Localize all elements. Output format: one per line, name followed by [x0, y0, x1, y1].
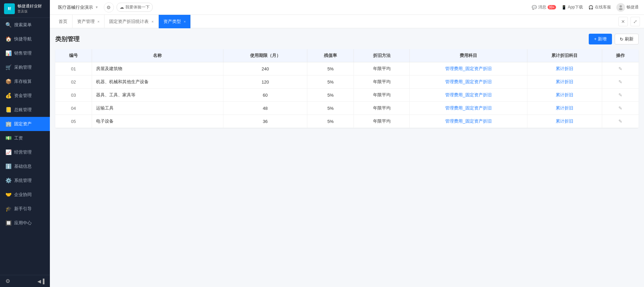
sidebar-item-quick-nav[interactable]: 🏠 快捷导航 [0, 32, 50, 46]
sidebar-item-ledger[interactable]: 📒 总账管理 [0, 103, 50, 117]
sidebar-icon-enterprise: 🤝 [5, 192, 11, 198]
sidebar-item-basic-info[interactable]: ℹ️ 基础信息 [0, 159, 50, 173]
page-header: 类别管理 + 新增 ↻ 刷新 [55, 34, 639, 44]
collapse-icon[interactable]: ◀▐ [37, 279, 44, 284]
table-col-6: 累计折旧科目 [527, 49, 602, 62]
app-download-btn[interactable]: 📱 App下载 [561, 4, 583, 10]
refresh-icon: ↻ [620, 37, 623, 42]
cell-action[interactable]: ✎ [602, 115, 639, 128]
cell-id: 04 [55, 102, 92, 115]
table-row: 04运输工具485%年限平均管理费用_固定资产折旧累计折旧✎ [55, 102, 639, 115]
top-header: 医疗器械行业演示 ▼ ⚙ ☁ 我要体验一下 💬 消息 99+ 📱 App下载 🎧… [50, 0, 644, 15]
customer-service-label: 在线客服 [595, 4, 611, 10]
cloud-icon: ☁ [120, 5, 124, 10]
header-settings-btn[interactable]: ⚙ [104, 2, 114, 12]
svg-point-1 [619, 8, 623, 10]
sidebar-label-purchase: 采购管理 [14, 64, 32, 70]
sidebar-icon-payroll: 💵 [5, 135, 11, 141]
table-row: 05电子设备365%年限平均管理费用_固定资产折旧累计折旧✎ [55, 115, 639, 128]
table-col-4: 折旧方法 [354, 49, 410, 62]
cell-period: 240 [223, 62, 307, 75]
avatar [616, 3, 625, 12]
message-btn[interactable]: 💬 消息 99+ [532, 4, 556, 10]
sidebar-icon-operations: 📈 [5, 149, 11, 155]
sidebar-label-app-center: 应用中心 [14, 220, 32, 226]
sidebar-item-purchase[interactable]: 🛒 采购管理 [0, 60, 50, 74]
sidebar-item-capital[interactable]: 💰 资金管理 [0, 89, 50, 103]
tab-asset-mgmt[interactable]: 资产管理 × [72, 15, 104, 28]
table-col-3: 残值率 [307, 49, 354, 62]
cell-residual: 5% [307, 102, 354, 115]
cell-action[interactable]: ✎ [602, 62, 639, 75]
cell-period: 48 [223, 102, 307, 115]
sidebar-label-inventory: 库存核算 [14, 78, 32, 85]
sidebar-item-search[interactable]: 🔍 搜索菜单 [0, 18, 50, 32]
cell-name: 房屋及建筑物 [92, 62, 223, 75]
tab-home-label: 首页 [59, 19, 67, 25]
tab-asset-type[interactable]: 资产类型 × [159, 15, 191, 28]
user-btn[interactable]: 畅捷通 [616, 3, 639, 12]
category-table-container: 编号名称使用期限（月）残值率折旧方法费用科目累计折旧科目操作 01房屋及建筑物2… [55, 49, 639, 128]
cell-name: 器具、工具、家具等 [92, 89, 223, 102]
tab-home[interactable]: 首页 [55, 15, 72, 28]
sidebar-icon-capital: 💰 [5, 93, 11, 99]
app-version: 普及版 [18, 9, 42, 14]
sidebar-label-payroll: 工资 [14, 135, 23, 141]
tab-asset-mgmt-close[interactable]: × [97, 20, 99, 24]
cell-id: 03 [55, 89, 92, 102]
table-col-2: 使用期限（月） [223, 49, 307, 62]
settings-icon[interactable]: ⚙ [5, 278, 10, 284]
sidebar-icon-sales: 📊 [5, 50, 11, 56]
tab-close-btn[interactable]: ✕ [618, 17, 628, 26]
sidebar-item-fixed-assets[interactable]: 🏢 固定资产 [0, 117, 50, 131]
logo-icon: 财 [4, 3, 15, 14]
cell-accumulated: 累计折旧 [527, 75, 602, 89]
company-selector[interactable]: 医疗器械行业演示 ▼ [55, 3, 101, 12]
sidebar-item-sales[interactable]: 📊 销售管理 [0, 46, 50, 60]
try-button[interactable]: ☁ 我要体验一下 [117, 3, 153, 12]
sidebar-item-app-center[interactable]: 🔲 应用中心 [0, 216, 50, 230]
cell-residual: 5% [307, 62, 354, 75]
sidebar-item-enterprise[interactable]: 🤝 企业协同 [0, 188, 50, 202]
sidebar-item-operations[interactable]: 📈 经营管理 [0, 145, 50, 159]
sidebar-logo: 财 畅捷通好业财 普及版 [0, 0, 50, 18]
sidebar-icon-purchase: 🛒 [5, 64, 11, 70]
cell-expense: 管理费用_固定资产折旧 [409, 62, 527, 75]
cell-expense: 管理费用_固定资产折旧 [409, 102, 527, 115]
cell-action[interactable]: ✎ [602, 102, 639, 115]
tab-expand-btn[interactable]: ⤢ [631, 17, 640, 26]
sidebar-icon-basic-info: ℹ️ [5, 163, 11, 169]
table-col-0: 编号 [55, 49, 92, 62]
refresh-label: 刷新 [625, 36, 634, 42]
cell-action[interactable]: ✎ [602, 75, 639, 89]
sidebar-icon-app-center: 🔲 [5, 220, 11, 226]
tab-depreciation[interactable]: 固定资产折旧统计表 × [104, 15, 158, 28]
tabs-right: ✕ ⤢ [618, 17, 644, 26]
sidebar-item-system[interactable]: ⚙️ 系统管理 [0, 173, 50, 188]
cell-accumulated: 累计折旧 [527, 62, 602, 75]
cell-action[interactable]: ✎ [602, 89, 639, 102]
sidebar-label-guide: 新手引导 [14, 206, 32, 212]
new-button[interactable]: + 新增 [589, 34, 612, 44]
app-download-icon: 📱 [561, 5, 566, 10]
tab-asset-type-close[interactable]: × [184, 20, 186, 24]
customer-service-btn[interactable]: 🎧 在线客服 [588, 4, 611, 10]
try-label: 我要体验一下 [125, 4, 150, 10]
sidebar-item-guide[interactable]: 🎓 新手引导 [0, 202, 50, 216]
table-col-7: 操作 [602, 49, 639, 62]
sidebar-icon-ledger: 📒 [5, 107, 11, 113]
tab-depreciation-close[interactable]: × [151, 20, 153, 24]
sidebar-item-inventory[interactable]: 📦 库存核算 [0, 74, 50, 89]
sidebar-item-payroll[interactable]: 💵 工资 [0, 131, 50, 145]
username-label: 畅捷通 [626, 4, 639, 10]
cell-expense: 管理费用_固定资产折旧 [409, 115, 527, 128]
message-badge: 99+ [548, 5, 556, 9]
app-download-label: App下载 [568, 4, 583, 10]
header-right: 💬 消息 99+ 📱 App下载 🎧 在线客服 畅捷通 [532, 3, 639, 12]
cell-period: 36 [223, 115, 307, 128]
refresh-button[interactable]: ↻ 刷新 [615, 34, 639, 44]
table-header-row: 编号名称使用期限（月）残值率折旧方法费用科目累计折旧科目操作 [55, 49, 639, 62]
sidebar-icon-system: ⚙️ [5, 178, 11, 184]
page-title: 类别管理 [55, 35, 80, 43]
content-area: 类别管理 + 新增 ↻ 刷新 编号名称使用期限（月）残值率折旧方法费用科目累计折… [50, 28, 644, 287]
